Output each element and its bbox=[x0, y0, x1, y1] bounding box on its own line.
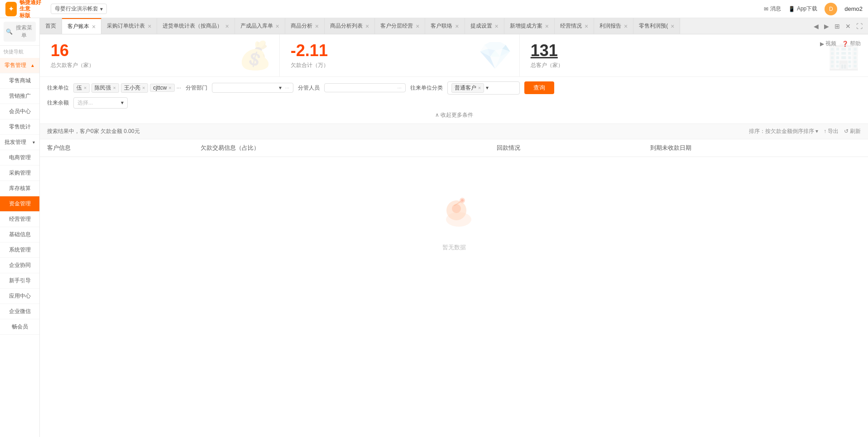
filter-tag-wang: 王小亮 × bbox=[121, 83, 148, 93]
tab-commission-settings[interactable]: 提成设置 × bbox=[465, 18, 504, 34]
sidebar-item-capital-mgmt[interactable]: 资金管理 bbox=[0, 196, 39, 212]
tab-close-icon[interactable]: × bbox=[92, 24, 96, 30]
filter-row-2: 往来余额 选择... ▾ bbox=[47, 97, 861, 109]
collapse-filter-button[interactable]: ∧ 收起更多条件 bbox=[435, 111, 473, 119]
home-tab[interactable]: 首页 bbox=[40, 18, 62, 34]
remove-tag-cjttcw[interactable]: × bbox=[168, 85, 171, 90]
tab-purchase-order-stats[interactable]: 采购订单统计表 × bbox=[101, 18, 157, 34]
sidebar-item-member-center[interactable]: 会员中心 bbox=[0, 104, 39, 119]
sidebar-item-operation-mgmt[interactable]: 经营管理 bbox=[0, 212, 39, 227]
export-icon: ↑ bbox=[824, 128, 826, 134]
tab-close-icon[interactable]: × bbox=[455, 23, 459, 29]
sidebar-item-beginner-guide[interactable]: 新手引导 bbox=[0, 273, 39, 289]
sidebar-item-retail-mgmt[interactable]: 零售管理 ▲ bbox=[0, 58, 39, 73]
help-icon: ❓ bbox=[842, 41, 849, 47]
tab-finished-goods[interactable]: 产成品入库单 × bbox=[235, 18, 285, 34]
remove-classify-tag[interactable]: × bbox=[478, 85, 481, 90]
top-right-actions: ▶ 视频 ❓ 帮助 bbox=[820, 40, 861, 48]
sidebar-item-system-mgmt[interactable]: 系统管理 bbox=[0, 242, 39, 258]
person-filter-select[interactable]: ··· bbox=[324, 83, 406, 92]
help-link[interactable]: ❓ 帮助 bbox=[842, 40, 861, 48]
sidebar-item-marketing[interactable]: 营销推广 bbox=[0, 89, 39, 104]
message-button[interactable]: ✉ 消息 bbox=[764, 5, 781, 13]
tab-product-analysis-list[interactable]: 商品分析列表 × bbox=[325, 18, 375, 34]
dept-filter-select[interactable]: ▾ ··· bbox=[212, 83, 293, 93]
tab-close-icon[interactable]: × bbox=[365, 23, 369, 29]
export-button[interactable]: ↑ 导出 bbox=[824, 128, 839, 135]
logo-icon: ✦ bbox=[5, 2, 17, 16]
tab-profit-report[interactable]: 利润报告 × bbox=[594, 18, 633, 34]
remove-tag-chen[interactable]: × bbox=[113, 85, 115, 90]
chevron-icon: ▾ bbox=[33, 140, 35, 145]
debt-total-value: -2.11 bbox=[291, 42, 328, 60]
sidebar-item-enterprise-collab[interactable]: 企业协同 bbox=[0, 258, 39, 273]
tab-customer-contact[interactable]: 客户联络 × bbox=[425, 18, 465, 34]
tab-maximize-button[interactable]: ⛶ bbox=[854, 22, 864, 31]
tab-prev-button[interactable]: ◀ bbox=[812, 22, 820, 31]
sidebar-item-inventory[interactable]: 库存核算 bbox=[0, 181, 39, 196]
tab-close-icon[interactable]: × bbox=[585, 23, 588, 29]
remove-tag-wang[interactable]: × bbox=[142, 85, 145, 90]
search-menu-button[interactable]: 🔍 搜索菜单 bbox=[4, 22, 36, 42]
total-customers-value: 131 bbox=[531, 42, 558, 60]
refresh-icon: ↺ bbox=[844, 128, 849, 134]
col-header-repayment: 回款情况 bbox=[489, 139, 643, 157]
sidebar-item-basic-info[interactable]: 基础信息 bbox=[0, 227, 39, 242]
classify-filter-select[interactable]: 普通客户 × ▾ bbox=[447, 81, 520, 95]
tab-menu-button[interactable]: ⊞ bbox=[833, 22, 842, 31]
sidebar-item-retail-mall[interactable]: 零售商城 bbox=[0, 73, 39, 89]
username-label[interactable]: demo2 bbox=[844, 5, 863, 12]
data-table: 客户信息 欠款交易信息（占比） 回款情况 到期未收款日期 bbox=[40, 139, 868, 157]
sidebar-item-ecommerce[interactable]: 电商管理 bbox=[0, 150, 39, 166]
refresh-button[interactable]: ↺ 刷新 bbox=[844, 128, 861, 135]
video-link[interactable]: ▶ 视频 bbox=[820, 40, 836, 48]
tab-bar-controls: ◀ ▶ ⊞ ✕ ⛶ bbox=[808, 22, 868, 31]
sidebar-item-member[interactable]: 畅会员 bbox=[0, 319, 39, 335]
fast-nav-label: 快捷导航 bbox=[0, 46, 39, 58]
tab-close-icon[interactable]: × bbox=[148, 23, 151, 29]
store-selector[interactable]: 母婴行业演示帐套 ▾ bbox=[51, 4, 107, 14]
remove-tag-wu[interactable]: × bbox=[84, 85, 86, 90]
search-icon: 🔍 bbox=[6, 28, 13, 35]
tab-customer-segmentation[interactable]: 客户分层经营 × bbox=[375, 18, 425, 34]
tab-inbound-stats[interactable]: 进货单统计表（按商品） × bbox=[157, 18, 235, 34]
tab-close-icon[interactable]: × bbox=[495, 23, 499, 29]
tab-operation-status[interactable]: 经营情况 × bbox=[555, 18, 594, 34]
tab-close-icon[interactable]: × bbox=[225, 23, 229, 29]
mobile-icon: 📱 bbox=[788, 6, 795, 12]
chevron-down-icon: ▾ bbox=[279, 85, 282, 91]
chevron-down-icon: ▾ bbox=[121, 100, 124, 106]
tab-customer-ledger[interactable]: 客户账本 × bbox=[62, 18, 101, 34]
sidebar-item-app-center[interactable]: 应用中心 bbox=[0, 289, 39, 304]
person-filter-label: 分管人员 bbox=[298, 84, 320, 92]
tab-product-analysis[interactable]: 商品分析 × bbox=[285, 18, 325, 34]
tab-close-all-button[interactable]: ✕ bbox=[844, 22, 853, 31]
sort-label: 排序：按欠款金额倒序排序 bbox=[749, 128, 814, 135]
chevron-down-icon: ▾ bbox=[486, 85, 489, 91]
balance-filter-select[interactable]: 选择... ▾ bbox=[73, 97, 128, 109]
content-area: 16 总欠款客户（家） 💰 -2.11 欠款合计（万） 💎 131 总客户（家）… bbox=[40, 34, 868, 437]
tab-retail-profit[interactable]: 零售利润预( × bbox=[633, 18, 680, 34]
more-tags-button[interactable]: ··· bbox=[177, 85, 181, 91]
app-download-button[interactable]: 📱 App下载 bbox=[788, 5, 817, 13]
main-layout: 🔍 搜索菜单 快捷导航 零售管理 ▲ 零售商城 营销推广 会员中心 零售统计 批… bbox=[0, 18, 868, 437]
tab-close-icon[interactable]: × bbox=[624, 23, 628, 29]
sidebar-item-wholesale-mgmt[interactable]: 批发管理 ▾ bbox=[0, 135, 39, 150]
play-icon: ▶ bbox=[820, 41, 824, 47]
tab-close-icon[interactable]: × bbox=[276, 23, 279, 29]
sidebar-item-enterprise-wechat[interactable]: 企业微信 bbox=[0, 304, 39, 319]
sort-select[interactable]: 排序：按欠款金额倒序排序 ▾ bbox=[749, 128, 818, 135]
tab-next-button[interactable]: ▶ bbox=[822, 22, 831, 31]
col-header-customer-info: 客户信息 bbox=[40, 139, 193, 157]
tab-new-commission[interactable]: 新增提成方案 × bbox=[504, 18, 555, 34]
tab-close-icon[interactable]: × bbox=[545, 23, 549, 29]
sidebar-item-retail-stats[interactable]: 零售统计 bbox=[0, 119, 39, 135]
tab-close-icon[interactable]: × bbox=[315, 23, 319, 29]
chevron-down-icon: ▾ bbox=[100, 6, 103, 12]
tab-close-icon[interactable]: × bbox=[671, 23, 674, 29]
tab-close-icon[interactable]: × bbox=[416, 23, 419, 29]
sidebar-item-purchase[interactable]: 采购管理 bbox=[0, 166, 39, 181]
query-button[interactable]: 查询 bbox=[524, 81, 554, 94]
tab-bar: 首页 客户账本 × 采购订单统计表 × 进货单统计表（按商品） × 产成品入库单… bbox=[40, 18, 868, 34]
chevron-up-icon: ∧ bbox=[435, 112, 439, 118]
